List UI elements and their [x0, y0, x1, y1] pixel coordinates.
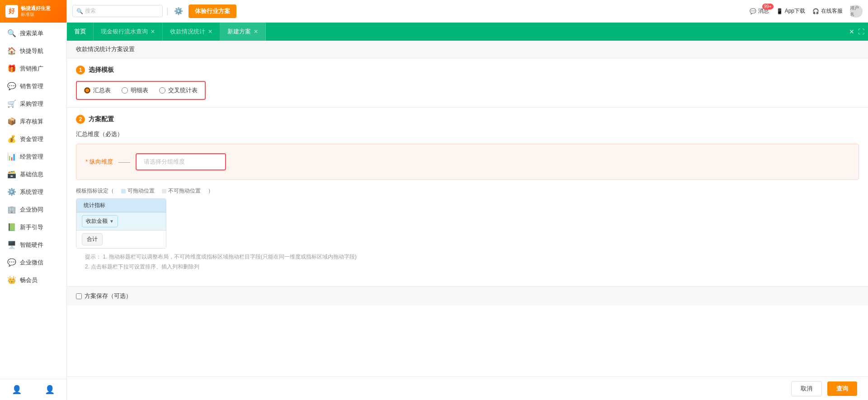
home-icon: 🏠	[7, 47, 16, 55]
tabs-actions: ✕ ⛶	[845, 23, 868, 41]
chart-icon: 📊	[7, 152, 16, 161]
database-icon: 🗃️	[7, 170, 16, 179]
save-checkbox-label[interactable]: 方案保存（可选）	[76, 292, 132, 300]
header-search[interactable]: 🔍 搜索	[72, 5, 163, 17]
service-icon: 🎧	[812, 8, 819, 14]
dim-section-label: 汇总维度（必选）	[76, 130, 859, 138]
service-button[interactable]: 🎧 在线客服	[812, 7, 843, 15]
tab-home[interactable]: 首页	[67, 23, 94, 41]
tab-collection-close[interactable]: ✕	[208, 28, 212, 35]
download-icon: 📱	[776, 8, 783, 14]
app-logo: 好 畅捷通好生意 标准版	[0, 0, 66, 23]
stat-tag-amount[interactable]: 收款金额 ▼	[82, 215, 118, 227]
radio-summary-input[interactable]	[84, 87, 90, 94]
user-icon-2: 👤	[45, 385, 55, 395]
sidebar-item-corp[interactable]: 🏢 企业协同	[0, 201, 66, 218]
sidebar-item-search[interactable]: 🔍 搜索菜单	[0, 24, 66, 42]
dim-arrow-icon: ——	[118, 159, 130, 165]
legend-dot-blue	[121, 189, 126, 193]
stat-subtag-row: 合计	[76, 231, 166, 248]
header: 🔍 搜索 | ⚙️ 体验行业方案 💬 消息 99+ 📱 App下载 🎧 在线客服…	[67, 0, 868, 23]
save-checkbox[interactable]	[76, 293, 82, 299]
dim-select-box[interactable]: 请选择分组维度	[136, 153, 226, 170]
tab-collection[interactable]: 收款情况统计 ✕	[163, 23, 220, 41]
metrics-section: 模板指标设定（ 可拖动位置 不可拖动位置 ） 统计指标	[76, 187, 859, 249]
legend-draggable: 可拖动位置	[121, 187, 155, 195]
step2-number: 2	[76, 115, 85, 124]
sidebar-item-sales[interactable]: 💬 销售管理	[0, 77, 66, 95]
sidebar-item-weixin[interactable]: 💬 企业微信	[0, 254, 66, 271]
tab-new[interactable]: 新建方案 ✕	[220, 23, 266, 41]
hint-text-2: 2. 点击标题栏下拉可设置排序、插入列和删除列	[85, 262, 850, 272]
sidebar-item-quicknav[interactable]: 🏠 快捷导航	[0, 42, 66, 60]
search-icon: 🔍	[7, 29, 16, 38]
sidebar-item-operation[interactable]: 📊 经营管理	[0, 148, 66, 165]
tab-cashflow[interactable]: 现金银行流水查询 ✕	[94, 23, 163, 41]
user-icon-1: 👤	[12, 385, 22, 395]
page-container: 收款情况统计方案设置 1 选择模板 汇总表 明细表 交叉统计表	[67, 41, 868, 400]
trial-button[interactable]: 体验行业方案	[189, 5, 236, 18]
step1-section: 1 选择模板 汇总表 明细表 交叉统计表	[67, 58, 868, 107]
notification-icon: 💬	[750, 8, 756, 14]
sidebar-footer-user2[interactable]: 👤	[43, 383, 57, 396]
notification-badge: 99+	[762, 4, 774, 9]
tabs-bar: 首页 现金银行流水查询 ✕ 收款情况统计 ✕ 新建方案 ✕ ✕ ⛶	[67, 23, 868, 41]
header-divider: |	[166, 6, 169, 16]
sales-icon: 💬	[7, 82, 16, 90]
tabs-maximize-button[interactable]: ⛶	[858, 28, 864, 35]
sidebar-item-guide[interactable]: 📗 新手引导	[0, 218, 66, 236]
radio-detail[interactable]: 明细表	[122, 86, 148, 94]
sidebar-footer: 👤 👤	[0, 379, 66, 400]
dim-row: * 纵向维度 —— 请选择分组维度	[85, 153, 849, 170]
sidebar-item-member[interactable]: 👑 畅会员	[0, 271, 66, 289]
radio-summary[interactable]: 汇总表	[84, 86, 111, 94]
step1-header: 1 选择模板	[76, 66, 859, 75]
sidebar-item-hardware[interactable]: 🖥️ 智能硬件	[0, 236, 66, 254]
tabs-close-button[interactable]: ✕	[849, 28, 854, 35]
money-icon: 💰	[7, 135, 16, 143]
metrics-area: 统计指标 收款金额 ▼ 合计	[76, 198, 166, 249]
settings-icon: ⚙️	[7, 188, 16, 196]
metrics-header: 统计指标	[76, 199, 166, 212]
tab-cashflow-close[interactable]: ✕	[151, 28, 155, 35]
hint-text-1: 提示： 1. 拖动标题栏可以调整布局，不可跨维度或指标区域拖动栏目字段(只能在同…	[85, 252, 850, 262]
metrics-legend: 模板指标设定（ 可拖动位置 不可拖动位置 ）	[76, 187, 859, 195]
stat-subtag-total: 合计	[82, 233, 103, 245]
step2-header: 2 方案配置	[76, 115, 859, 124]
legend-non-draggable: 不可拖动位置	[162, 187, 201, 195]
corp-icon: 🏢	[7, 205, 16, 214]
step2-section: 2 方案配置 汇总维度（必选） * 纵向维度 —— 请选择分组维度 模板指标设定…	[67, 107, 868, 279]
tab-new-close[interactable]: ✕	[254, 28, 258, 35]
guide-icon: 📗	[7, 223, 16, 231]
step2-title: 方案配置	[89, 115, 114, 123]
sidebar-item-basic[interactable]: 🗃️ 基础信息	[0, 165, 66, 183]
sidebar: 好 畅捷通好生意 标准版 🔍 搜索菜单 🏠 快捷导航 🎁 营销推广 💬 销售管理…	[0, 0, 67, 400]
cancel-button[interactable]: 取消	[791, 381, 822, 396]
hardware-icon: 🖥️	[7, 240, 16, 249]
radio-cross-input[interactable]	[159, 87, 165, 94]
stat-tag-dropdown-icon[interactable]: ▼	[109, 219, 114, 224]
member-icon: 👑	[7, 276, 16, 284]
download-button[interactable]: 📱 App下载	[776, 7, 805, 15]
user-avatar[interactable]: 用户名	[850, 5, 863, 18]
gear-icon[interactable]: ⚙️	[172, 5, 185, 17]
radio-detail-input[interactable]	[122, 87, 128, 94]
sidebar-item-system[interactable]: ⚙️ 系统管理	[0, 183, 66, 201]
sidebar-item-purchase[interactable]: 🛒 采购管理	[0, 95, 66, 113]
sidebar-item-finance[interactable]: 💰 资金管理	[0, 130, 66, 148]
notification-button[interactable]: 💬 消息 99+	[750, 7, 769, 15]
radio-cross[interactable]: 交叉统计表	[159, 86, 198, 94]
sidebar-footer-user1[interactable]: 👤	[10, 383, 24, 396]
step1-title: 选择模板	[89, 66, 114, 74]
template-options-box: 汇总表 明细表 交叉统计表	[76, 81, 206, 100]
logo-icon: 好	[5, 5, 18, 18]
box-icon: 📦	[7, 117, 16, 126]
sidebar-item-marketing[interactable]: 🎁 营销推广	[0, 60, 66, 77]
save-option-section: 方案保存（可选）	[67, 286, 868, 306]
logo-text: 畅捷通好生意 标准版	[21, 5, 51, 18]
main-content: 收款情况统计方案设置 1 选择模板 汇总表 明细表 交叉统计表	[67, 41, 868, 400]
sidebar-item-inventory[interactable]: 📦 库存核算	[0, 113, 66, 130]
legend-dot-gray	[162, 189, 166, 193]
query-button[interactable]: 查询	[827, 381, 857, 396]
header-search-icon: 🔍	[76, 8, 83, 14]
